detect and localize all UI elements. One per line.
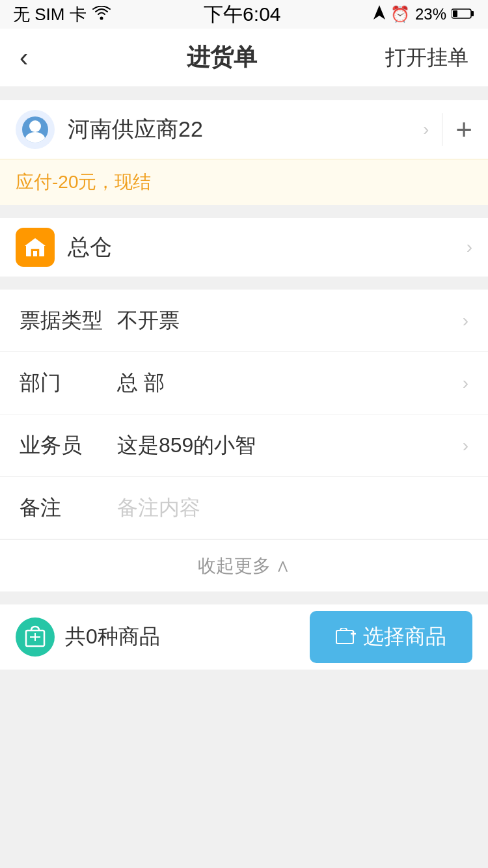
collapse-label: 收起更多 ∧: [198, 554, 291, 578]
alarm-icon: ⏰: [390, 5, 410, 23]
dept-arrow-icon: ›: [463, 373, 468, 394]
select-product-button[interactable]: 选择商品: [310, 611, 472, 663]
svg-rect-3: [471, 11, 474, 16]
location-icon: [373, 5, 385, 23]
middle-divider-2: [0, 277, 488, 290]
dept-value: 总 部: [111, 369, 463, 398]
svg-marker-1: [373, 5, 385, 20]
vertical-divider: [442, 113, 442, 146]
product-icon: [16, 617, 55, 657]
avatar-image: [22, 116, 48, 142]
battery-percent: 23%: [415, 5, 446, 23]
notice-bar: 应付-20元，现结: [0, 159, 488, 205]
page-title: 进货单: [187, 42, 257, 74]
supplier-section: 河南供应商22 › + 应付-20元，现结: [0, 100, 488, 205]
svg-rect-4: [453, 10, 457, 17]
avatar-head: [29, 120, 41, 132]
avatar-body: [25, 132, 45, 142]
battery-icon: [452, 5, 475, 23]
staff-value: 这是859的小智: [111, 431, 463, 460]
form-section: 票据类型 不开票 › 部门 总 部 › 业务员 这是859的小智 › 备注 备注…: [0, 290, 488, 591]
top-divider: [0, 87, 488, 100]
status-time: 下午6:04: [204, 1, 280, 28]
product-count: 共0种商品: [65, 623, 310, 651]
warehouse-arrow-icon: ›: [467, 237, 472, 258]
supplier-row[interactable]: 河南供应商22 › +: [0, 100, 488, 159]
staff-row[interactable]: 业务员 这是859的小智 ›: [0, 414, 488, 477]
select-product-label: 选择商品: [363, 623, 446, 651]
wifi-icon: [92, 5, 111, 25]
staff-arrow-icon: ›: [463, 435, 468, 456]
svg-marker-6: [25, 238, 46, 246]
svg-rect-9: [33, 251, 37, 256]
status-right: ⏰ 23%: [373, 5, 475, 23]
add-supplier-button[interactable]: +: [455, 113, 472, 146]
supplier-name: 河南供应商22: [68, 115, 423, 144]
nav-bar: ‹ 进货单 打开挂单: [0, 29, 488, 87]
notice-text: 应付-20元，现结: [16, 172, 151, 192]
product-bar: 共0种商品 选择商品: [0, 604, 488, 670]
middle-divider-1: [0, 205, 488, 218]
back-button[interactable]: ‹: [20, 43, 59, 72]
svg-point-0: [100, 16, 103, 20]
open-pending-button[interactable]: 打开挂单: [385, 44, 468, 72]
supplier-avatar: [16, 110, 55, 149]
warehouse-row[interactable]: 总仓 ›: [0, 218, 488, 277]
remark-placeholder[interactable]: 备注内容: [111, 494, 468, 522]
status-left: 无 SIM 卡: [13, 3, 111, 26]
invoice-arrow-icon: ›: [463, 310, 468, 331]
warehouse-name: 总仓: [68, 232, 467, 262]
collapse-button[interactable]: 收起更多 ∧: [0, 539, 488, 591]
no-sim-text: 无 SIM 卡: [13, 3, 87, 26]
status-bar: 无 SIM 卡 下午6:04 ⏰ 23%: [0, 0, 488, 29]
remark-label: 备注: [20, 494, 111, 522]
warehouse-section: 总仓 ›: [0, 218, 488, 277]
invoice-label: 票据类型: [20, 306, 111, 335]
supplier-arrow-icon: ›: [423, 119, 429, 140]
svg-rect-13: [336, 631, 353, 644]
staff-label: 业务员: [20, 431, 111, 460]
dept-row[interactable]: 部门 总 部 ›: [0, 352, 488, 414]
dept-label: 部门: [20, 369, 111, 398]
warehouse-icon: [16, 228, 55, 267]
invoice-row[interactable]: 票据类型 不开票 ›: [0, 290, 488, 352]
remark-row[interactable]: 备注 备注内容: [0, 477, 488, 539]
invoice-value: 不开票: [111, 306, 463, 335]
